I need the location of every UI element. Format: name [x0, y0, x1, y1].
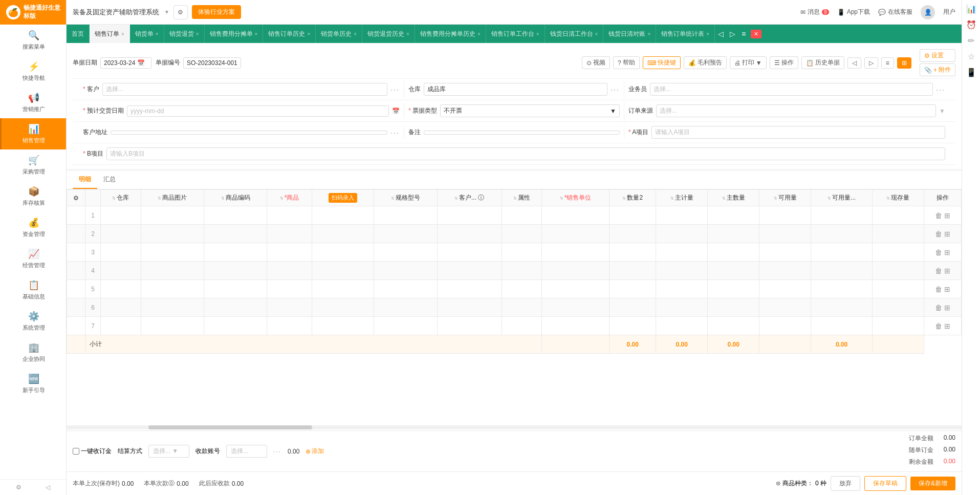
warehouse-more-btn[interactable]: ···	[611, 85, 620, 94]
sidebar-item-inventory[interactable]: 📦 库存核算	[0, 181, 66, 212]
tab-home[interactable]: 首页	[67, 25, 90, 43]
gear-button[interactable]: ⚙	[173, 5, 188, 19]
th-customer-code[interactable]: ⇅客户... ⓘ	[437, 190, 502, 206]
tab-next-btn[interactable]: ▷	[727, 30, 738, 38]
th-available[interactable]: ⇅可用量	[759, 190, 811, 206]
tab-prev-btn[interactable]: ◁	[715, 30, 727, 38]
delivery-cal-icon[interactable]: 📅	[392, 107, 400, 115]
nav-next-btn[interactable]: ▷	[864, 57, 878, 69]
profit-btn[interactable]: 💰 毛利预告	[684, 56, 727, 69]
row-1-copy-btn[interactable]: ⊞	[944, 211, 950, 220]
tab-order-stats-close[interactable]: ×	[706, 31, 709, 37]
tab-order-stats[interactable]: 销售订单统计表 ×	[656, 25, 715, 43]
th-spec[interactable]: ⇅规格型号	[374, 190, 437, 206]
row-4-delete-btn[interactable]: 🗑	[935, 267, 942, 275]
row-1-qty2[interactable]	[609, 206, 656, 225]
row-expand[interactable]	[67, 206, 85, 225]
settings-icon[interactable]: ⚙	[16, 484, 21, 491]
ticket-type-select[interactable]: 不开票 ▼	[440, 104, 620, 117]
row-1-unit[interactable]	[542, 206, 609, 225]
tab-receipt-history-close[interactable]: ×	[354, 31, 357, 37]
tab-return[interactable]: 销货退货 ×	[164, 25, 205, 43]
scroll-thumb[interactable]	[148, 425, 312, 429]
tab-receipt-history[interactable]: 销货单历史 ×	[316, 25, 362, 43]
sidebar-item-search[interactable]: 🔍 搜索菜单	[0, 25, 66, 56]
row-1-product[interactable]	[267, 206, 312, 225]
tab-list-btn[interactable]: ≡	[738, 30, 749, 38]
row-5-copy-btn[interactable]: ⊞	[944, 285, 950, 293]
sidebar-item-finance[interactable]: 💰 资金管理	[0, 212, 66, 243]
rp-chart-icon[interactable]: 📊	[966, 4, 976, 14]
tab-sales-receipt-close[interactable]: ×	[156, 31, 159, 37]
tab-sales-receipt[interactable]: 销货单 ×	[130, 25, 164, 43]
row-6-copy-btn[interactable]: ⊞	[944, 304, 950, 312]
tab-expense-history-close[interactable]: ×	[477, 31, 481, 37]
tab-order-workbench-close[interactable]: ×	[536, 31, 539, 37]
tab-sales-order[interactable]: 销售订单 ×	[90, 25, 130, 43]
row-1-img[interactable]	[141, 206, 204, 225]
sidebar-item-marketing[interactable]: 📢 营销推广	[0, 87, 66, 118]
th-current-stock[interactable]: ⇅现存量	[872, 190, 924, 206]
serial-input[interactable]: SO-20230324-001	[183, 57, 241, 69]
a-project-input[interactable]: 请输入A项目	[651, 126, 945, 139]
row-3-delete-btn[interactable]: 🗑	[935, 248, 942, 256]
sidebar-item-basic-info[interactable]: 📋 基础信息	[0, 274, 66, 306]
help-btn[interactable]: ? 帮助	[613, 56, 640, 69]
th-attribute[interactable]: ⇅属性	[502, 190, 542, 206]
sidebar-item-quick-nav[interactable]: ⚡ 快捷导航	[0, 56, 66, 87]
sidebar-item-purchase[interactable]: 🛒 采购管理	[0, 149, 66, 181]
payment-method-select[interactable]: 选择... ▼	[148, 445, 189, 458]
row-4-copy-btn[interactable]: ⊞	[944, 267, 950, 275]
rp-star-icon[interactable]: ☆	[968, 52, 975, 61]
tab-return-history[interactable]: 销货退货历史 ×	[362, 25, 415, 43]
scan-button[interactable]: 扫码录入	[329, 193, 357, 203]
one-click-checkbox[interactable]: 一键收订金	[73, 447, 112, 456]
save-new-button[interactable]: 保存&新增	[910, 477, 955, 490]
view-btn[interactable]: ⊙ 视频	[582, 56, 610, 69]
th-main-qty[interactable]: ⇅主数量	[708, 190, 759, 206]
row-1-delete-btn[interactable]: 🗑	[935, 211, 942, 220]
address-input[interactable]	[111, 131, 387, 135]
sidebar-item-system[interactable]: ⚙️ 系统管理	[0, 306, 66, 337]
salesperson-more-btn[interactable]: ···	[936, 85, 945, 94]
row-7-copy-btn[interactable]: ⊞	[944, 322, 950, 330]
one-click-input[interactable]	[73, 448, 79, 455]
settings-side-btn[interactable]: ⚙ 设置	[920, 49, 955, 62]
tab-summary[interactable]: 汇总	[97, 171, 122, 189]
row-1-attribute[interactable]	[502, 206, 542, 225]
th-product-code[interactable]: ⇅商品编码	[204, 190, 267, 206]
sidebar-item-guide[interactable]: 🆕 新手引导	[0, 368, 66, 399]
tab-close-all-btn[interactable]: ✕	[751, 30, 761, 38]
tab-daily-reconcile[interactable]: 钱货日清对账 ×	[603, 25, 656, 43]
tab-daily-reconcile-close[interactable]: ×	[647, 31, 650, 37]
sidebar-item-sales[interactable]: 📊 销售管理	[0, 118, 66, 149]
row-3-copy-btn[interactable]: ⊞	[944, 248, 950, 256]
print-btn[interactable]: 🖨 打印 ▼	[730, 56, 767, 69]
row-6-delete-btn[interactable]: 🗑	[935, 304, 942, 312]
address-more-btn[interactable]: ···	[390, 128, 400, 137]
collapse-icon[interactable]: ◁	[46, 484, 50, 491]
order-source-input[interactable]: 选择...	[656, 104, 936, 117]
tab-expense-history[interactable]: 销售费用分摊单历史 ×	[415, 25, 486, 43]
history-btn[interactable]: 📋 历史单据	[801, 56, 844, 69]
operate-btn[interactable]: ☰ 操作	[770, 56, 798, 69]
tab-expense-close[interactable]: ×	[255, 31, 258, 37]
tab-daily-workbench-close[interactable]: ×	[595, 31, 598, 37]
row-1-spec[interactable]	[374, 206, 437, 225]
th-warehouse[interactable]: ⇅仓库	[101, 190, 141, 206]
salesperson-input[interactable]: 选择...	[650, 83, 933, 96]
tab-sales-order-close[interactable]: ×	[121, 31, 124, 37]
online-service-button[interactable]: 💬 在线客服	[878, 8, 912, 16]
row-2-copy-btn[interactable]: ⊞	[944, 230, 950, 238]
rp-clock-icon[interactable]: ⏰	[966, 20, 976, 30]
th-product-img[interactable]: ⇅商品图片	[141, 190, 204, 206]
avatar[interactable]: 👤	[921, 5, 935, 19]
tab-order-history-close[interactable]: ×	[307, 31, 310, 37]
nav-prev-btn[interactable]: ◁	[847, 57, 861, 69]
sidebar-item-operation[interactable]: 📈 经营管理	[0, 243, 66, 274]
save-draft-button[interactable]: 保存草稿	[864, 476, 906, 491]
th-qty2[interactable]: ⇅数量2	[609, 190, 656, 206]
tab-expense[interactable]: 销售费用分摊单 ×	[205, 25, 264, 43]
tab-return-close[interactable]: ×	[196, 31, 199, 37]
th-main-unit[interactable]: ⇅主计量	[656, 190, 708, 206]
